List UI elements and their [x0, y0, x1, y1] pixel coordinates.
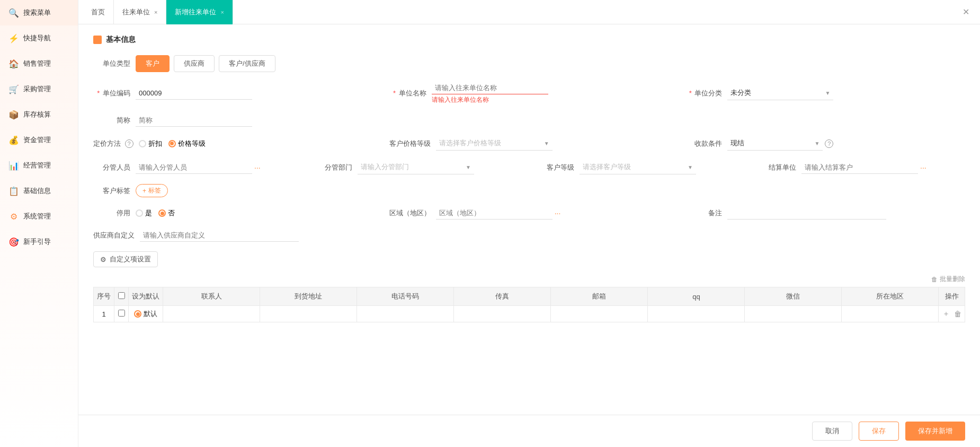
payment-terms-chevron: ▼ — [814, 141, 819, 146]
row-phone-input[interactable] — [360, 310, 450, 318]
row-fax-input[interactable] — [457, 310, 547, 318]
supplier-custom-input[interactable] — [140, 229, 299, 242]
sidebar-item-inventory[interactable]: 📦 库存核算 — [0, 102, 78, 127]
add-row-button[interactable]: ＋ — [942, 309, 950, 319]
tab-add-counterpart-close[interactable]: × — [220, 9, 224, 15]
sidebar-item-system[interactable]: ⚙ 系统管理 — [0, 204, 78, 229]
col-email: 邮箱 — [551, 287, 648, 306]
dept-select[interactable]: 请输入分管部门 ▼ — [358, 160, 474, 174]
custom-settings-label: 自定义项设置 — [110, 255, 151, 264]
purchase-icon: 🛒 — [8, 84, 19, 94]
sidebar-label-finance: 资金管理 — [23, 135, 51, 145]
sidebar-item-sales[interactable]: 🏠 销售管理 — [0, 51, 78, 76]
tab-counterparts[interactable]: 往来单位 × — [114, 0, 166, 24]
region-field: 区域（地区） ··· — [389, 207, 670, 220]
select-all-checkbox[interactable] — [118, 292, 125, 299]
manager-dots-button[interactable]: ··· — [254, 163, 261, 172]
type-btn-supplier[interactable]: 供应商 — [174, 55, 215, 72]
unit-code-input[interactable] — [136, 87, 252, 100]
dept-label: 分管部门 — [315, 163, 358, 172]
unit-name-input[interactable] — [432, 82, 548, 94]
col-wechat: 微信 — [745, 287, 842, 306]
region-dots-button[interactable]: ··· — [555, 209, 561, 217]
customer-level-select[interactable]: 请选择客户等级 ▼ — [580, 160, 696, 174]
row-fax[interactable] — [454, 306, 551, 322]
delete-row-button[interactable]: 🗑 — [954, 310, 961, 318]
type-btn-both[interactable]: 客户/供应商 — [219, 55, 275, 72]
row-default-radio[interactable]: 默认 — [132, 309, 160, 319]
close-all-tabs-button[interactable]: ✕ — [956, 7, 976, 17]
system-icon: ⚙ — [8, 211, 19, 222]
customer-price-level-select[interactable]: 请选择客户价格等级 ▼ — [436, 136, 553, 151]
sidebar-item-finance[interactable]: 💰 资金管理 — [0, 127, 78, 153]
sidebar-item-basic-info[interactable]: 📋 基础信息 — [0, 178, 78, 204]
sidebar-item-search[interactable]: 🔍 搜索菜单 — [0, 0, 78, 25]
radio-disabled-yes[interactable]: 是 — [136, 208, 152, 218]
remarks-input[interactable] — [727, 207, 886, 220]
row-address[interactable] — [260, 306, 357, 322]
radio-discount[interactable]: 折扣 — [139, 139, 162, 148]
abbreviation-input[interactable] — [136, 114, 252, 127]
cancel-button[interactable]: 取消 — [812, 422, 852, 441]
customer-price-level-field: 客户价格等级 请选择客户价格等级 ▼ — [389, 136, 670, 151]
payment-terms-help-icon[interactable]: ? — [825, 139, 833, 148]
sidebar-label-guide: 新手引导 — [23, 237, 51, 247]
remarks-label: 备注 — [685, 208, 727, 218]
payment-terms-field: 收款条件 现结 ▼ ? — [685, 136, 965, 151]
row-select-checkbox[interactable] — [118, 310, 125, 317]
settlement-dots-button[interactable]: ··· — [920, 163, 926, 172]
row-email[interactable] — [551, 306, 648, 322]
sidebar-label-system: 系统管理 — [23, 212, 51, 221]
settlement-unit-label: 结算单位 — [759, 163, 801, 172]
payment-terms-select[interactable]: 现结 ▼ — [727, 136, 823, 151]
pricing-row: 定价方法 ? 折扣 价格等级 客户价格等级 请选择客户价 — [93, 136, 965, 151]
pricing-help-icon[interactable]: ? — [125, 139, 133, 148]
radio-price-level[interactable]: 价格等级 — [168, 139, 206, 148]
radio-disabled-yes-circle — [136, 209, 143, 217]
sidebar-item-guide[interactable]: 🎯 新手引导 — [0, 229, 78, 255]
region-label: 区域（地区） — [389, 208, 436, 218]
table-actions: 🗑 批量删除 — [93, 275, 965, 284]
row-email-input[interactable] — [554, 310, 644, 318]
settlement-unit-input[interactable] — [801, 161, 918, 174]
region-input[interactable] — [436, 207, 553, 220]
col-phone: 电话号码 — [357, 287, 454, 306]
tab-counterparts-close[interactable]: × — [154, 9, 157, 15]
customer-price-level-chevron: ▼ — [544, 141, 549, 146]
row-qq[interactable] — [648, 306, 745, 322]
row-contact-input[interactable] — [166, 310, 256, 318]
sidebar-item-purchase[interactable]: 🛒 采购管理 — [0, 76, 78, 102]
operations-icon: 📊 — [8, 160, 19, 171]
unit-category-select[interactable]: 未分类 ▼ — [727, 86, 833, 100]
sidebar: 🔍 搜索菜单 ⚡ 快捷导航 🏠 销售管理 🛒 采购管理 📦 库存核算 💰 资金管… — [0, 0, 78, 447]
row-contact[interactable] — [163, 306, 260, 322]
type-btn-customer[interactable]: 客户 — [136, 55, 170, 72]
row-region-input[interactable] — [845, 310, 935, 318]
quick-nav-icon: ⚡ — [8, 33, 19, 43]
sidebar-label-inventory: 库存核算 — [23, 110, 51, 119]
tab-home[interactable]: 首页 — [83, 0, 114, 24]
save-button[interactable]: 保存 — [859, 422, 899, 441]
save-and-new-button[interactable]: 保存并新增 — [905, 422, 965, 441]
custom-settings-button[interactable]: ⚙ 自定义项设置 — [93, 251, 158, 267]
manager-label: 分管人员 — [93, 163, 136, 172]
tab-add-counterpart[interactable]: 新增往来单位 × — [166, 0, 233, 24]
sidebar-item-operations[interactable]: 📊 经营管理 — [0, 153, 78, 178]
customer-level-placeholder: 请选择客户等级 — [583, 162, 685, 172]
row-address-input[interactable] — [263, 310, 353, 318]
row-region[interactable] — [842, 306, 939, 322]
add-tag-button[interactable]: + 标签 — [136, 184, 168, 197]
supplier-custom-field: 供应商自定义 — [93, 229, 965, 242]
row-qq-input[interactable] — [651, 310, 741, 318]
row-wechat[interactable] — [745, 306, 842, 322]
row-phone[interactable] — [357, 306, 454, 322]
contacts-table-section: 🗑 批量删除 序号 设为默认 联系人 到货地址 电话号码 传真 邮箱 qq — [93, 275, 965, 322]
row-wechat-input[interactable] — [748, 310, 838, 318]
radio-disabled-no[interactable]: 否 — [158, 208, 175, 218]
sidebar-item-quick-nav[interactable]: ⚡ 快捷导航 — [0, 25, 78, 51]
main-content: 首页 往来单位 × 新增往来单位 × ✕ 基本信息 单位类型 客户 供应商 客户… — [78, 0, 980, 447]
unit-type-label: 单位类型 — [93, 59, 136, 68]
batch-delete-label: 批量删除 — [940, 275, 965, 284]
manager-input[interactable] — [136, 161, 252, 174]
batch-delete-button[interactable]: 🗑 批量删除 — [931, 275, 965, 284]
